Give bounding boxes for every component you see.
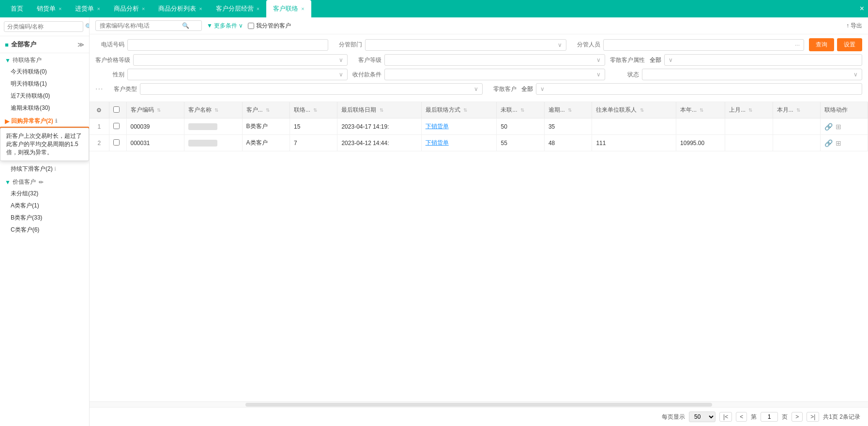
th-uncontacted: 未联... ⇅ [497,102,544,118]
th-this-year: 本年... ⇅ [676,102,725,118]
td-last-month-1 [725,118,773,135]
nav-product-analysis-list-close[interactable]: × [199,6,202,12]
filter-search-icon[interactable]: 🔍 [182,22,189,29]
sidebar-item-class-a[interactable]: A类客户(1) [0,200,89,212]
filter-field-manager: 分管人员 ··· [571,39,804,51]
pag-last-btn[interactable]: >| [807,412,819,422]
select-all-checkbox[interactable] [113,106,120,113]
sort-arrows-uncontacted[interactable]: ⇅ [520,107,524,113]
sidebar-item-class-b[interactable]: B类客户(33) [0,212,89,224]
nav-home[interactable]: 首页 [4,0,30,17]
sidebar-collapse-btn[interactable]: ≫ [77,41,84,48]
filter-export-btn[interactable]: ↑ 导出 [846,22,862,30]
row-checkbox-2[interactable] [113,139,120,146]
pag-first-btn[interactable]: |< [719,412,732,422]
sort-arrows-contact[interactable]: ⇅ [313,107,317,113]
td-overdue-2: 48 [544,135,592,151]
pag-page-input[interactable] [761,412,778,422]
retail-customer-arrow-icon: ∨ [540,86,545,92]
row-checkbox-1[interactable] [113,123,120,129]
sidebar-search-input[interactable] [4,21,83,32]
all-customers-title[interactable]: ■ 全部客户 ≫ [0,36,89,53]
edit-icon[interactable]: ✏ [39,179,44,186]
filter-field-customer-level: 客户等级 ∨ [352,54,605,66]
filter-payment-term-select[interactable]: ∨ [384,69,605,80]
td-index-1: 1 [90,118,109,135]
sort-arrows-last-month[interactable]: ⇅ [748,107,752,113]
settings-button[interactable]: 设置 [837,38,862,51]
action-grid-icon-1[interactable]: ⊞ [836,123,841,131]
sort-arrows-this-month[interactable]: ⇅ [796,107,800,113]
per-page-select[interactable]: 50 20 100 [689,411,716,422]
nav-sales[interactable]: 销货单 × [30,0,68,17]
sidebar-item-declining[interactable]: 持续下滑客户(2) ℹ [0,163,89,175]
info-icon-4[interactable]: ℹ [54,166,56,172]
sidebar-item-today[interactable]: 今天待联络(0) [0,66,89,78]
customer-name-2 [188,140,217,147]
sidebar-group-pending[interactable]: ▼ 待联络客户 [0,53,89,66]
filter-retail-attr-select[interactable]: ∨ [664,54,862,66]
info-icon[interactable]: ℹ [55,118,57,124]
nav-purchase-close[interactable]: × [97,6,100,12]
sort-arrows-type[interactable]: ⇅ [266,107,270,113]
nav-sales-close[interactable]: × [59,6,61,12]
nav-customer-segment[interactable]: 客户分层经营 × [209,0,266,17]
query-button[interactable]: 查询 [809,38,834,51]
filter-search-input[interactable] [100,22,182,29]
nav-product-analysis-close[interactable]: × [142,6,145,12]
last-method-link-1[interactable]: 下销货单 [426,123,449,130]
filter-gender-select[interactable]: ∨ [127,69,348,80]
filter-more-btn[interactable]: ▼ 更多条件 ∨ [207,22,243,30]
sort-arrows-name[interactable]: ⇅ [214,107,218,113]
h-scrollbar[interactable] [90,401,868,407]
filter-phone-input[interactable] [127,39,328,51]
pag-next-btn[interactable]: > [792,412,803,422]
sort-arrows-overdue[interactable]: ⇅ [568,107,572,113]
pag-prev-btn[interactable]: < [736,412,747,422]
pagination-bar: 每页显示 50 20 100 |< < 第 页 > >| 共1页 2条记录 [90,407,868,426]
filter-retail-customer-select[interactable]: ∨ [536,83,862,95]
sidebar-item-class-c[interactable]: C类客户(6) [0,224,89,236]
sidebar-item-7days[interactable]: 近7天待联络(0) [0,90,89,102]
gear-icon[interactable]: ⚙ [96,107,102,114]
sort-arrows-method[interactable]: ⇅ [463,107,467,113]
td-action-2: 🔗 ⊞ [821,135,868,151]
sidebar-search-icon[interactable]: 🔍 [85,23,90,30]
last-method-link-2[interactable]: 下销货单 [426,139,449,146]
filter-field-retail-attr: 零散客户属性 全部 ∨ [610,54,862,66]
td-overdue-1: 35 [544,118,592,135]
close-all-tabs[interactable]: × [860,4,864,13]
filter-price-level-select[interactable]: ∨ [133,54,348,66]
sidebar-item-tomorrow[interactable]: 明天待联络(1) [0,78,89,90]
action-link-icon-1[interactable]: 🔗 [824,123,833,131]
sidebar-group-value[interactable]: ▼ 价值客户 ✏ [0,175,89,188]
action-link-icon-2[interactable]: 🔗 [824,139,833,147]
td-code-2: 000031 [126,135,184,151]
filter-my-customer[interactable]: 我分管的客户 [248,22,291,30]
nav-product-analysis-list[interactable]: 商品分析列表 × [152,0,209,17]
price-level-arrow-icon: ∨ [339,57,343,63]
filter-status-select[interactable]: ∨ [642,69,862,80]
filter-department-select[interactable]: ∨ [365,39,566,51]
sidebar-group-repurchase-anomaly[interactable]: ▶ 回购异常客户(2) ℹ [0,114,89,127]
nav-customer-contact[interactable]: 客户联络 × [266,0,311,17]
sidebar-item-ungrouped[interactable]: 未分组(32) [0,188,89,200]
sort-arrows-code[interactable]: ⇅ [157,107,161,113]
th-this-month: 本月... ⇅ [773,102,820,118]
filter-customer-type-select[interactable]: ∨ [140,83,483,95]
sidebar-item-overdue[interactable]: 逾期未联络(30) [0,102,89,114]
action-grid-icon-2[interactable]: ⊞ [836,139,841,147]
filter-customer-level-select[interactable]: ∨ [384,54,605,66]
nav-customer-contact-close[interactable]: × [301,6,304,12]
sort-arrows-unit[interactable]: ⇅ [640,107,644,113]
filter-manager-select[interactable]: ··· [603,39,804,51]
nav-customer-segment-close[interactable]: × [257,6,259,12]
nav-purchase[interactable]: 进货单 × [68,0,107,17]
th-settings[interactable]: ⚙ [90,102,109,118]
my-customer-checkbox[interactable] [248,23,254,29]
nav-product-analysis[interactable]: 商品分析 × [107,0,152,17]
sort-arrows-year[interactable]: ⇅ [700,107,703,113]
filter-row-1: 电话号码 分管部门 ∨ 分管人员 ··· [95,38,862,51]
filter-more-dots[interactable]: ··· [95,85,103,93]
sort-arrows-date[interactable]: ⇅ [380,107,383,113]
